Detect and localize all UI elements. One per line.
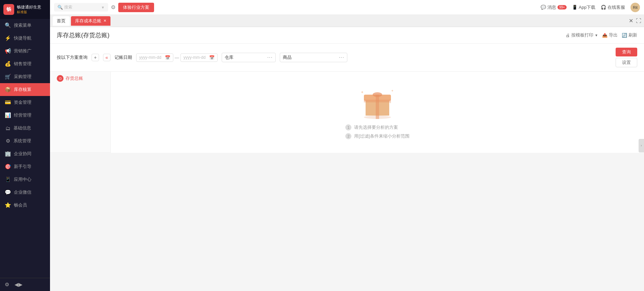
sidebar-item-label: 资金管理 — [14, 99, 31, 105]
user-avatar[interactable]: Rit — [630, 3, 640, 12]
cart-icon: 🛒 — [5, 74, 11, 80]
sidebar-item-marketing[interactable]: 📢 营销推广 — [0, 45, 50, 57]
refresh-btn[interactable]: 🔄 刷新 — [622, 32, 637, 38]
product-more-icon: ··· — [339, 54, 344, 60]
page-header: 库存总账(存货总账) 🖨 按模板打印 ▼ 📤 导出 🔄 刷新 — [50, 27, 644, 44]
sidebar-item-label: 系统管理 — [14, 138, 31, 144]
warehouse-more-icon: ··· — [267, 54, 273, 60]
product-filter[interactable]: 商品 ··· — [280, 53, 347, 62]
download-icon: 📱 — [572, 5, 577, 10]
sidebar-item-sales[interactable]: 💰 销售管理 — [0, 57, 50, 70]
svg-rect-4 — [376, 95, 379, 119]
industry-btn[interactable]: 体验行业方案 — [118, 3, 154, 12]
sidebar-item-member[interactable]: ⭐ 畅会员 — [0, 199, 50, 212]
service-icon: 🎧 — [601, 5, 606, 10]
sidebar-item-wechat[interactable]: 💬 企业微信 — [0, 186, 50, 199]
sidebar-item-label: 应用中心 — [14, 176, 31, 183]
app-download-btn[interactable]: 📱 App下载 — [572, 4, 595, 10]
card-icon: 💳 — [5, 99, 11, 105]
chat-icon: 💬 — [5, 189, 11, 195]
tab-inventory-cost[interactable]: 库存成本总账 ✕ — [71, 16, 110, 26]
sidebar-item-label: 畅会员 — [14, 202, 27, 208]
settings-button[interactable]: 设置 — [616, 58, 637, 67]
online-service-label: 在线客服 — [608, 4, 625, 10]
date-filter-label: 记账日期 — [115, 54, 132, 60]
date-start-placeholder: yyyy-mm-dd — [139, 55, 161, 60]
export-btn[interactable]: 📤 导出 — [602, 32, 618, 38]
sidebar-item-label: 基础信息 — [14, 125, 31, 131]
scheme-item-inventory-ledger[interactable]: ⊙ 存货总账 — [57, 72, 104, 85]
message-label: 消息 — [547, 4, 556, 10]
collapse-button[interactable]: ◀▶ — [15, 282, 23, 288]
tab-inventory-cost-label: 库存成本总账 — [75, 18, 101, 24]
tab-home-label: 首页 — [57, 18, 66, 24]
query-button[interactable]: 查询 — [616, 48, 637, 56]
filter-action-buttons: 查询 设置 — [616, 48, 637, 67]
date-end-input[interactable]: yyyy-mm-dd 📅 — [180, 53, 218, 62]
sidebar-item-search[interactable]: 🔍 搜索菜单 — [0, 19, 50, 32]
date-start-input[interactable]: yyyy-mm-dd 📅 — [136, 53, 173, 62]
sidebar-item-inventory[interactable]: 📦 库存核算 — [0, 83, 50, 96]
sidebar-nav: 🔍 搜索菜单 ⚡ 快捷导航 📢 营销推广 💰 销售管理 🛒 采购管理 📦 库存核… — [0, 19, 50, 278]
tab-close-icon[interactable]: ✕ — [103, 19, 106, 23]
online-service-btn[interactable]: 🎧 在线客服 — [601, 4, 625, 10]
app-logo-icon: 畅 — [3, 4, 14, 15]
settings-icon-btn[interactable]: ⚙ — [111, 4, 116, 10]
date-range-group: yyyy-mm-dd 📅 — yyyy-mm-dd 📅 — [136, 53, 218, 62]
hint-num-1: 1 — [345, 124, 351, 130]
sidebar-item-label: 营销推广 — [14, 48, 31, 54]
tab-home[interactable]: 首页 — [53, 16, 70, 26]
refresh-icon: 🔄 — [622, 33, 627, 38]
sidebar-item-newbie[interactable]: 🎯 新手引导 — [0, 160, 50, 173]
chart-icon: 📊 — [5, 112, 11, 118]
filter-bar: 按以下方案查询 + « 记账日期 yyyy-mm-dd 📅 — yyyy-mm-… — [50, 44, 644, 72]
sidebar-item-purchase[interactable]: 🛒 采购管理 — [0, 70, 50, 83]
sidebar-item-label: 采购管理 — [14, 74, 31, 80]
sidebar-item-label: 搜索菜单 — [14, 22, 31, 28]
sidebar-item-appstore[interactable]: 📱 应用中心 — [0, 173, 50, 186]
empty-hints: 1 请先选择要分析的方案 2 用[过滤]条件来缩小分析范围 — [345, 124, 409, 139]
tab-close-all-icon[interactable]: ✕ — [629, 18, 633, 24]
empty-state: ✦ ✦ ✦ 1 请先选择要分析的方案 2 用[过滤]条件来缩小分析范围 — [111, 72, 644, 153]
content-area: 库存总账(存货总账) 🖨 按模板打印 ▼ 📤 导出 🔄 刷新 按以下方案查 — [50, 27, 644, 291]
scheme-panel: ⊙ 存货总账 — [50, 72, 111, 153]
app-version: 标准版 — [17, 10, 41, 14]
sidebar-item-funds[interactable]: 💳 资金管理 — [0, 96, 50, 109]
sidebar-item-system[interactable]: ⚙ 系统管理 — [0, 135, 50, 147]
print-template-btn[interactable]: 🖨 按模板打印 ▼ — [566, 32, 598, 38]
app-logo-text: 畅捷通好生意 标准版 — [17, 5, 41, 15]
sidebar-item-enterprise[interactable]: 🏢 企业协同 — [0, 147, 50, 160]
export-icon: 📤 — [602, 33, 608, 38]
empty-hint-1: 1 请先选择要分析的方案 — [345, 124, 409, 130]
tabbar-right-actions: ✕ ⛶ — [629, 18, 641, 24]
sidebar: 畅 畅捷通好生意 标准版 🔍 搜索菜单 ⚡ 快捷导航 📢 营销推广 💰 销售管理… — [0, 0, 50, 291]
topbar-search[interactable]: 🔍 搜索 ▼ — [54, 3, 108, 11]
appstore-icon: 📱 — [5, 176, 11, 183]
tab-expand-icon[interactable]: ⛶ — [636, 18, 641, 24]
right-panel-toggle[interactable]: › — [639, 139, 644, 152]
search-placeholder: 搜索 — [64, 4, 72, 10]
filter-add-btn[interactable]: + — [92, 54, 99, 61]
sidebar-item-label: 销售管理 — [14, 61, 31, 67]
table-area: ✦ ✦ ✦ 1 请先选择要分析的方案 2 用[过滤]条件来缩小分析范围 — [111, 72, 644, 153]
search-dropdown-icon: ▼ — [101, 5, 105, 9]
svg-text:✦: ✦ — [361, 90, 364, 95]
calendar-start-icon: 📅 — [165, 55, 170, 60]
sidebar-item-basic[interactable]: 🗂 基础信息 — [0, 122, 50, 135]
sidebar-item-operations[interactable]: 📊 经营管理 — [0, 109, 50, 122]
sidebar-item-shortcut[interactable]: ⚡ 快捷导航 — [0, 32, 50, 45]
filter-label: 按以下方案查询 — [57, 54, 88, 60]
scheme-icon: ⊙ — [57, 75, 64, 82]
building-icon: 🏢 — [5, 151, 11, 157]
date-separator: — — [175, 55, 179, 60]
empty-svg: ✦ ✦ ✦ — [357, 85, 398, 119]
message-badge: 99+ — [558, 5, 567, 9]
megaphone-icon: 📢 — [5, 48, 11, 54]
warehouse-filter[interactable]: 仓库 ··· — [222, 53, 276, 62]
settings-button[interactable]: ⚙ — [5, 282, 9, 288]
message-btn[interactable]: 💬 消息 99+ — [541, 4, 567, 10]
main-area: 🔍 搜索 ▼ ⚙ 体验行业方案 💬 消息 99+ 📱 App下载 🎧 在线客服 … — [50, 0, 644, 291]
sidebar-item-label: 企业微信 — [14, 189, 31, 195]
filter-collapse-btn[interactable]: « — [103, 54, 110, 61]
page-title: 库存总账(存货总账) — [57, 31, 109, 39]
